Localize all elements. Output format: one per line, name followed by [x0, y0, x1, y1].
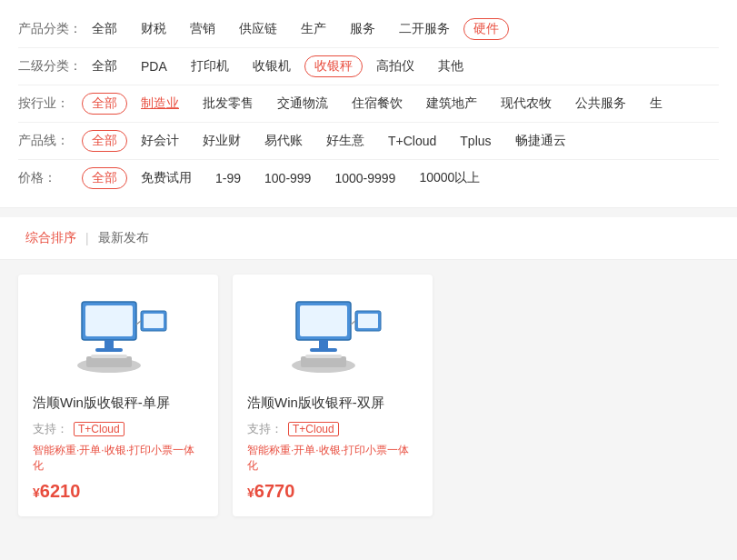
filter-price-free[interactable]: 免费试用 [131, 167, 202, 189]
product-image-1 [33, 293, 204, 384]
filter-sub-highcam[interactable]: 高拍仪 [366, 55, 424, 77]
svg-rect-11 [300, 305, 347, 336]
filter-cat-supply[interactable]: 供应链 [229, 18, 287, 40]
filter-cat-all[interactable]: 全部 [82, 18, 127, 40]
support-tag-2: T+Cloud [288, 422, 339, 436]
svg-rect-8 [144, 314, 164, 328]
product-card-2[interactable]: 浩顺Win版收银秤-双屏 支持： T+Cloud 智能称重·开单·收银·打印小票… [233, 275, 433, 516]
filter-cat-marketing[interactable]: 营销 [180, 18, 225, 40]
svg-rect-6 [91, 355, 127, 358]
filter-price-1000-9999[interactable]: 1000-9999 [324, 168, 405, 188]
filter-ind-manufacturing[interactable]: 制造业 [131, 93, 189, 115]
product-img-svg-2 [278, 297, 387, 379]
svg-rect-18 [358, 314, 378, 328]
product-price-1: ¥6210 [33, 481, 204, 502]
product-image-2 [247, 293, 418, 384]
product-support-1: 支持： T+Cloud [33, 421, 204, 437]
industry-label: 按行业： [18, 95, 82, 112]
sort-latest[interactable]: 最新发布 [91, 226, 156, 250]
filter-cat-hardware[interactable]: 硬件 [463, 18, 509, 40]
product-card-1[interactable]: 浩顺Win版收银秤-单屏 支持： T+Cloud 智能称重·开单·收银·打印小票… [18, 275, 218, 516]
filter-ind-more[interactable]: 生 [640, 93, 672, 115]
sub-category-row: 二级分类： 全部 PDA 打印机 收银机 收银秤 高拍仪 其他 [18, 48, 719, 85]
product-desc-2: 智能称重·开单·收银·打印小票一体化 [247, 443, 418, 474]
filter-cat-open[interactable]: 二开服务 [389, 18, 460, 40]
product-category-row: 产品分类： 全部 财税 营销 供应链 生产 服务 二开服务 硬件 [18, 11, 719, 48]
product-category-items: 全部 财税 营销 供应链 生产 服务 二开服务 硬件 [82, 18, 719, 40]
filter-ind-transport[interactable]: 交通物流 [267, 93, 338, 115]
filter-price-100-999[interactable]: 100-999 [254, 168, 321, 188]
svg-rect-16 [305, 355, 342, 358]
filter-cat-service[interactable]: 服务 [340, 18, 385, 40]
filter-ind-wholesale[interactable]: 批发零售 [193, 93, 264, 115]
svg-rect-2 [105, 340, 114, 349]
filter-line-hyc[interactable]: 好业财 [193, 130, 251, 152]
sort-divider: | [84, 231, 91, 245]
filter-sub-all[interactable]: 全部 [82, 55, 127, 77]
sort-bar: 综合排序 | 最新发布 [0, 217, 737, 260]
svg-rect-3 [95, 348, 123, 352]
price-items: 全部 免费试用 1-99 100-999 1000-9999 10000以上 [82, 167, 719, 189]
filter-sub-cashier[interactable]: 收银机 [243, 55, 301, 77]
product-grid: 浩顺Win版收银秤-单屏 支持： T+Cloud 智能称重·开单·收银·打印小票… [0, 260, 737, 531]
filter-line-tcloud[interactable]: T+Cloud [378, 131, 446, 151]
svg-rect-12 [319, 340, 328, 349]
support-tag-1: T+Cloud [74, 422, 124, 436]
filter-sub-printer[interactable]: 打印机 [181, 55, 239, 77]
product-desc-1: 智能称重·开单·收银·打印小票一体化 [33, 443, 204, 474]
filter-line-all[interactable]: 全部 [82, 130, 127, 152]
support-label-2: 支持： [247, 421, 283, 437]
product-line-row: 产品线： 全部 好会计 好业财 易代账 好生意 T+Cloud Tplus 畅捷… [18, 123, 719, 160]
filter-line-ydz[interactable]: 易代账 [254, 130, 313, 152]
sub-category-label: 二级分类： [18, 58, 82, 75]
filter-price-10000plus[interactable]: 10000以上 [409, 167, 490, 189]
product-name-2: 浩顺Win版收银秤-双屏 [247, 395, 418, 412]
filter-price-all[interactable]: 全部 [82, 167, 127, 189]
svg-rect-13 [310, 348, 337, 352]
product-category-label: 产品分类： [18, 21, 82, 37]
filter-ind-realestate[interactable]: 建筑地产 [416, 93, 487, 115]
filter-section: 产品分类： 全部 财税 营销 供应链 生产 服务 二开服务 硬件 二级分类： 全… [0, 0, 737, 208]
filter-sub-pda[interactable]: PDA [131, 56, 177, 76]
sort-comprehensive[interactable]: 综合排序 [18, 226, 84, 250]
price-row: 价格： 全部 免费试用 1-99 100-999 1000-9999 10000… [18, 160, 719, 196]
filter-ind-all[interactable]: 全部 [82, 93, 127, 115]
filter-line-tplus[interactable]: Tplus [450, 131, 501, 151]
product-support-2: 支持： T+Cloud [247, 421, 418, 437]
product-currency-1: ¥ [33, 485, 40, 500]
price-label: 价格： [18, 170, 82, 186]
industry-items: 全部 制造业 批发零售 交通物流 住宿餐饮 建筑地产 现代农牧 公共服务 生 [82, 93, 719, 115]
product-price-number-1: 6210 [40, 481, 81, 501]
filter-sub-scale[interactable]: 收银秤 [304, 55, 363, 77]
filter-price-1-99[interactable]: 1-99 [205, 168, 251, 188]
product-name-1: 浩顺Win版收银秤-单屏 [33, 395, 204, 412]
filter-cat-finance[interactable]: 财税 [131, 18, 176, 40]
filter-ind-hospitality[interactable]: 住宿餐饮 [342, 93, 413, 115]
product-price-2: ¥6770 [247, 481, 418, 502]
sub-category-items: 全部 PDA 打印机 收银机 收银秤 高拍仪 其他 [82, 55, 719, 77]
filter-sub-other[interactable]: 其他 [428, 55, 473, 77]
product-currency-2: ¥ [247, 485, 254, 500]
filter-line-hkj[interactable]: 好会计 [131, 130, 189, 152]
industry-row: 按行业： 全部 制造业 批发零售 交通物流 住宿餐饮 建筑地产 现代农牧 公共服… [18, 85, 719, 123]
filter-line-hss[interactable]: 好生意 [316, 130, 374, 152]
filter-ind-agriculture[interactable]: 现代农牧 [491, 93, 562, 115]
product-line-items: 全部 好会计 好业财 易代账 好生意 T+Cloud Tplus 畅捷通云 [82, 130, 719, 152]
support-label-1: 支持： [33, 421, 68, 437]
filter-cat-production[interactable]: 生产 [291, 18, 336, 40]
svg-rect-1 [85, 305, 133, 336]
filter-line-changjietong[interactable]: 畅捷通云 [505, 130, 576, 152]
filter-ind-public[interactable]: 公共服务 [565, 93, 636, 115]
product-price-number-2: 6770 [254, 481, 295, 501]
product-img-svg-1 [64, 297, 173, 379]
product-line-label: 产品线： [18, 133, 82, 149]
